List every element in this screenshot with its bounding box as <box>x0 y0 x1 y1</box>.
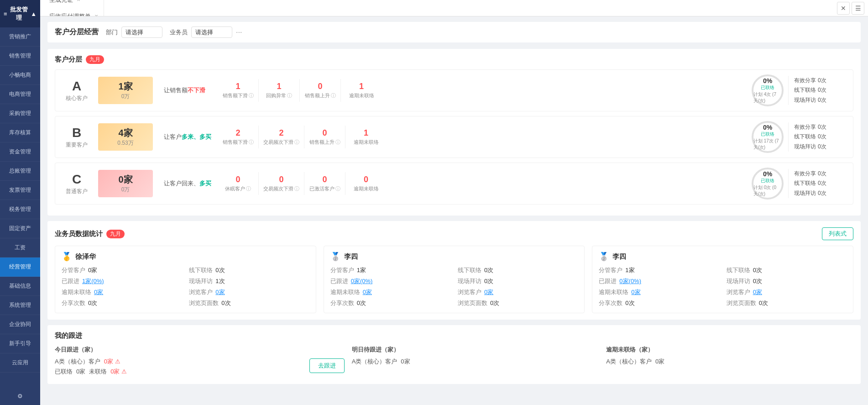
tab-生成凭证[interactable]: 生成凭证✕ <box>44 0 104 8</box>
agent-stat-row: 分享次数0次 <box>599 299 719 307</box>
list-view-button[interactable]: 列表式 <box>822 227 853 240</box>
tier-count-sub: 0万 <box>102 186 149 194</box>
agent-stat-row: 线下联络0次 <box>458 266 578 274</box>
tier-letter: C <box>72 172 81 187</box>
agent-stat-val: 0次 <box>221 299 230 307</box>
agent-stat-key: 分享次数 <box>62 299 85 307</box>
stat-label: 逾期未联络 <box>350 139 382 146</box>
info-icon[interactable]: ⓘ <box>335 139 340 146</box>
dept-select[interactable]: 请选择 <box>121 26 162 38</box>
tomorrow-row-a: A类（核心）客户 0家 <box>352 358 599 366</box>
overdue-val-a: 0家 <box>655 358 664 366</box>
followup-section: 我的跟进 今日跟进（家） A类（核心）客户 0家 ⚠ 已联络 0家 未联络 0家… <box>47 325 861 384</box>
agent-stat-row: 分管客户0家 <box>62 266 182 274</box>
agent-stat-val[interactable]: 0家 <box>753 288 762 296</box>
biz-month-badge: 九月 <box>106 230 125 238</box>
tab-bar: 首页门店商品目录✕销货单✕店铺管理✕生成凭证✕应收应付调整单✕工资表✕工资统计报… <box>40 0 868 16</box>
sidebar-item-电商管理[interactable]: 电商管理 <box>0 85 40 104</box>
stat-label: 交易频次下滑ⓘ <box>263 185 299 192</box>
sidebar-top[interactable]: ≡ 批发管理 ▲ <box>0 0 40 27</box>
sidebar-item-发票管理[interactable]: 发票管理 <box>0 181 40 200</box>
agent-stat-key: 浏览页面数 <box>458 299 487 307</box>
today-val-1: 0家 ⚠ <box>104 358 120 366</box>
info-icon[interactable]: ⓘ <box>249 92 254 99</box>
sidebar-item-基础信息[interactable]: 基础信息 <box>0 277 40 296</box>
stat-block: 1销售额下滑ⓘ <box>218 79 259 102</box>
agent-stat-val[interactable]: 0家 <box>484 288 493 296</box>
agent-stat-key: 已跟进 <box>62 277 79 285</box>
sidebar-item-销售管理[interactable]: 销售管理 <box>0 47 40 66</box>
sidebar-item-工资[interactable]: 工资 <box>0 238 40 258</box>
agent-stat-val[interactable]: 1家(0%) <box>82 277 104 285</box>
tab-menu[interactable]: ☰ <box>852 2 864 15</box>
agent-filter: 业务员 请选择 ··· <box>170 26 242 38</box>
sidebar-item-资金管理[interactable]: 资金管理 <box>0 142 40 162</box>
goto-followup-button[interactable]: 去跟进 <box>309 358 345 373</box>
info-icon[interactable]: ⓘ <box>294 139 299 146</box>
agent-stat-val[interactable]: 0家 <box>631 288 640 296</box>
tier-name: 普通客户 <box>66 188 88 195</box>
tier-rows: A核心客户1家0万让销售额不下滑1销售额下滑ⓘ1回购异常ⓘ0销售额上升ⓘ1逾期未… <box>55 69 853 205</box>
gauge-pct: 0% <box>763 124 772 131</box>
today-label-1: A类（核心）客户 <box>55 358 100 366</box>
info-icon[interactable]: ⓘ <box>294 185 299 192</box>
tab-scroll-left[interactable]: ✕ <box>837 2 850 15</box>
info-icon[interactable]: ⓘ <box>246 185 251 192</box>
agent-stat-val[interactable]: 0家 <box>94 288 103 296</box>
agent-stat-val: 0次 <box>484 277 493 285</box>
page-title: 客户分层经营 <box>55 27 99 37</box>
sidebar-gear[interactable]: ⚙ <box>0 387 40 405</box>
right-stat-val: 0次 <box>818 85 826 95</box>
stat-num: 1 <box>350 128 382 138</box>
stat-num: 2 <box>222 128 254 138</box>
sidebar-item-税务管理[interactable]: 税务管理 <box>0 200 40 219</box>
sidebar-item-营销推广[interactable]: 营销推广 <box>0 27 40 47</box>
sidebar-item-采购管理[interactable]: 采购管理 <box>0 104 40 123</box>
info-icon[interactable]: ⓘ <box>335 185 340 192</box>
right-stat-item: 现场拜访0次 <box>794 142 847 152</box>
tab-应收应付调整单[interactable]: 应收应付调整单✕ <box>44 8 104 17</box>
tomorrow-label-a: A类（核心）客户 <box>352 358 397 366</box>
tier-slogan-B: 让客户多来、多买 <box>158 133 218 141</box>
agent-stat-val[interactable]: 0家(0%) <box>619 277 641 285</box>
agent-stat-val: 0次 <box>357 299 366 307</box>
sidebar-item-新手引导[interactable]: 新手引导 <box>0 334 40 353</box>
agent-select[interactable]: 请选择 <box>191 26 232 38</box>
tab-close-icon[interactable]: ✕ <box>77 0 80 2</box>
sidebar-item-云应用[interactable]: 云应用 <box>0 353 40 373</box>
agent-badge: 🥇 <box>62 252 72 262</box>
agent-stat-val: 0次 <box>753 277 762 285</box>
agent-stat-val[interactable]: 0家(0%) <box>351 277 373 285</box>
agent-stat-row: 现场拜访0次 <box>458 277 578 285</box>
stat-num: 1 <box>263 82 295 91</box>
today-val-3: 0家 ⚠ <box>110 368 127 376</box>
agent-stat-row: 分享次数0次 <box>62 299 182 307</box>
sidebar-item-经营管理[interactable]: 经营管理 <box>0 258 40 277</box>
agent-stat-val[interactable]: 0家 <box>215 288 225 296</box>
more-options-icon[interactable]: ··· <box>236 28 242 37</box>
agent-stat-row: 逾期未联络0家 <box>599 288 719 296</box>
sidebar-item-系统管理[interactable]: 系统管理 <box>0 296 40 315</box>
info-icon[interactable]: ⓘ <box>249 139 254 146</box>
today-row-2: 已联络 0家 未联络 0家 ⚠ <box>55 368 302 376</box>
agent-stat-row: 分享次数0次 <box>330 299 450 307</box>
right-stat-item: 线下联络0次 <box>794 179 847 189</box>
agent-stat-row: 已跟进0家(0%) <box>599 277 719 285</box>
sidebar-item-总账管理[interactable]: 总账管理 <box>0 162 40 181</box>
sidebar-arrow-icon: ▲ <box>31 11 37 17</box>
agent-stat-val[interactable]: 0家 <box>363 288 372 296</box>
agent-badge: 🥈 <box>599 252 609 262</box>
sidebar-item-固定资产[interactable]: 固定资产 <box>0 219 40 238</box>
tab-end-buttons: ✕ ☰ <box>837 2 864 15</box>
info-icon[interactable]: ⓘ <box>331 92 336 99</box>
sidebar-item-库存核算[interactable]: 库存核算 <box>0 123 40 142</box>
tier-row-C: C普通客户0家0万让客户回来、多买0休眠客户ⓘ0交易频次下滑ⓘ0已激活客户ⓘ0逾… <box>55 163 853 205</box>
tier-count-num: 1家 <box>102 80 149 93</box>
info-icon[interactable]: ⓘ <box>287 92 292 99</box>
agent-name: 李四 <box>344 252 358 261</box>
tier-letter: A <box>72 79 81 94</box>
sidebar-item-小畅电商[interactable]: 小畅电商 <box>0 66 40 85</box>
gauge-sub: 计划 0次 (0天/次) <box>753 184 782 197</box>
sidebar-item-企业协同[interactable]: 企业协同 <box>0 315 40 334</box>
tab-label: 生成凭证 <box>49 0 73 4</box>
